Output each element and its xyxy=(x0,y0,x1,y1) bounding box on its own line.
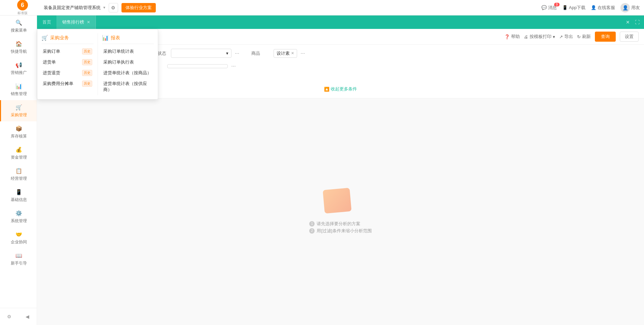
dropdown-menu: 🛒 采购业务 采购订单历史进货单历史进货退货历史采购费用分摊单历史 📊 报表 采… xyxy=(37,29,158,99)
hist-badge: 历史 xyxy=(82,48,92,54)
salesman-dots[interactable]: ··· xyxy=(230,63,237,69)
collapse-sidebar-icon[interactable]: ◀ xyxy=(23,312,33,322)
empty-state: 1 请先选择要分析的方案 2 用[过滤]条件来缩小分析范围 xyxy=(309,189,371,235)
goods-tag-remove[interactable]: ✕ xyxy=(291,51,294,55)
refresh-icon: ↻ xyxy=(577,34,581,39)
dropdown-left-item[interactable]: 采购订单历史 xyxy=(41,46,94,57)
empty-text: 1 请先选择要分析的方案 2 用[过滤]条件来缩小分析范围 xyxy=(309,220,371,235)
dropdown-col-left-title: 🛒 采购业务 xyxy=(41,33,94,44)
hint-num-1: 1 xyxy=(309,221,315,227)
basic-icon: 📱 xyxy=(15,188,23,196)
dropdown-col-right: 📊 报表 采购订单统计表采购订单执行表进货单统计表（按商品）进货单统计表（按供应… xyxy=(98,33,158,95)
goods-dots[interactable]: ··· xyxy=(299,50,306,56)
operations-icon: 📋 xyxy=(15,167,23,174)
avatar: 👤 xyxy=(620,3,630,12)
tab-close-sales-rank[interactable]: ✕ xyxy=(87,20,90,25)
service-icon: 👤 xyxy=(591,5,596,10)
goods-label: 商品 xyxy=(251,50,272,56)
dropdown-left-item[interactable]: 进货退货历史 xyxy=(41,68,94,78)
doc-status-section: 单据状态 ▾ ··· xyxy=(149,49,241,58)
export-icon: ↗ xyxy=(559,34,563,39)
sidebar-item-inventory[interactable]: 📦 库存核算 xyxy=(0,121,37,143)
salesman-select[interactable] xyxy=(167,64,228,68)
user-button[interactable]: 👤 用友 xyxy=(620,3,640,12)
top-bar: 6 标准版 装备及固定资产辅助管理系统 ▼ ⚙ 体验行业方案 💬 消息 9 📱 … xyxy=(0,0,644,15)
select-arrow-icon: ▾ xyxy=(226,51,228,56)
sidebar-item-guide[interactable]: 📖 新手引导 xyxy=(0,248,37,270)
tab-home[interactable]: 首页 xyxy=(37,15,57,29)
dropdown-columns: 🛒 采购业务 采购订单历史进货单历史进货退货历史采购费用分摊单历史 📊 报表 采… xyxy=(37,33,158,95)
help-button[interactable]: ❓ 帮助 xyxy=(504,34,520,40)
doc-status-select[interactable]: ▾ xyxy=(171,49,231,58)
logo-icon: 6 xyxy=(17,0,28,10)
dropdown-left-item[interactable]: 进货单历史 xyxy=(41,57,94,68)
sidebar-item-enterprise[interactable]: 🤝 企业协同 xyxy=(0,227,37,248)
collapse-up-icon: 🔼 xyxy=(324,87,329,92)
doc-status-dots[interactable]: ··· xyxy=(234,50,241,56)
message-button[interactable]: 💬 消息 9 xyxy=(541,5,557,11)
logo-area: 6 标准版 xyxy=(4,0,41,15)
export-button[interactable]: ↗ 导出 xyxy=(559,34,573,40)
salesman-section: 业务员 ··· xyxy=(145,63,237,69)
dropdown-col-left: 🛒 采购业务 采购订单历史进货单历史进货退货历史采购费用分摊单历史 xyxy=(37,33,98,95)
dropdown-right-item[interactable]: 采购订单统计表 xyxy=(102,46,154,57)
sidebar-item-sales[interactable]: 📊 销售管理 xyxy=(0,79,37,100)
sales-icon: 📊 xyxy=(15,82,23,90)
help-icon: ❓ xyxy=(504,34,510,39)
query-button[interactable]: 查询 xyxy=(595,32,616,42)
tabs-bar: 首页销售排行榜✕ ✕ ⛶ xyxy=(37,15,644,29)
dropdown-left-item[interactable]: 采购费用分摊单历史 xyxy=(41,78,94,89)
empty-icon-shape xyxy=(323,188,352,213)
tab-sales-rank[interactable]: 销售排行榜✕ xyxy=(57,15,96,29)
message-icon: 💬 xyxy=(541,5,547,10)
dropdown-col-right-title: 📊 报表 xyxy=(102,33,154,44)
print-dropdown-icon: ▾ xyxy=(553,34,555,39)
hist-badge: 历史 xyxy=(82,81,92,87)
hist-badge: 历史 xyxy=(82,59,92,65)
guide-icon: 📖 xyxy=(15,252,23,259)
tabs-bar-right: ✕ ⛶ xyxy=(624,18,644,26)
sidebar-item-search[interactable]: 🔍 搜索菜单 xyxy=(0,15,37,37)
hist-badge: 历史 xyxy=(82,70,92,76)
purchase-col-icon: 🛒 xyxy=(41,35,48,41)
system-icon: ⚙️ xyxy=(15,209,23,217)
dropdown-right-item[interactable]: 进货单统计表（按供应商） xyxy=(102,78,154,95)
column-settings-button[interactable]: 设置 xyxy=(620,32,639,42)
close-window-icon[interactable]: ✕ xyxy=(624,18,632,26)
hint-num-2: 2 xyxy=(309,228,315,234)
sidebar-item-marketing[interactable]: 📢 营销推广 xyxy=(0,58,37,79)
print-icon: 🖨 xyxy=(524,34,528,39)
dropdown-arrow-icon: ▼ xyxy=(103,6,106,9)
settings-icon[interactable]: ⚙ xyxy=(109,3,118,12)
enterprise-icon: 🤝 xyxy=(15,231,23,238)
purchase-icon: 🛒 xyxy=(15,104,23,111)
sidebar-item-quick[interactable]: 🏠 快捷导航 xyxy=(0,37,37,58)
funds-icon: 💰 xyxy=(15,146,23,153)
industry-button[interactable]: 体验行业方案 xyxy=(121,3,156,12)
report-col-icon: 📊 xyxy=(102,35,109,41)
maximize-window-icon[interactable]: ⛶ xyxy=(633,18,641,26)
service-button[interactable]: 👤 在线客服 xyxy=(591,5,615,11)
refresh-button[interactable]: ↻ 刷新 xyxy=(577,34,591,40)
top-bar-right: 💬 消息 9 📱 App下载 👤 在线客服 👤 用友 xyxy=(541,3,640,12)
goods-section: 商品 设计素 ✕ ··· xyxy=(251,49,306,58)
sidebar-item-basic[interactable]: 📱 基础信息 xyxy=(0,185,37,206)
inventory-icon: 📦 xyxy=(15,125,23,132)
sidebar-item-purchase[interactable]: 🛒 采购管理 xyxy=(0,100,37,121)
dropdown-right-item[interactable]: 采购订单执行表 xyxy=(102,57,154,68)
print-button[interactable]: 🖨 按模板打印 ▾ xyxy=(524,34,555,40)
collapse-button[interactable]: 🔼 收起更多条件 xyxy=(324,84,357,94)
sidebar-item-operations[interactable]: 📋 经营管理 xyxy=(0,164,37,185)
sidebar-item-funds[interactable]: 💰 资金管理 xyxy=(0,143,37,164)
dropdown-right-item[interactable]: 进货单统计表（按商品） xyxy=(102,68,154,78)
goods-tag[interactable]: 设计素 ✕ xyxy=(274,49,297,58)
empty-illustration xyxy=(324,189,357,216)
search-icon: 🔍 xyxy=(15,19,23,26)
settings-bottom-icon[interactable]: ⚙ xyxy=(4,312,14,322)
quick-icon: 🏠 xyxy=(15,40,23,47)
marketing-icon: 📢 xyxy=(15,61,23,69)
message-badge: 9 xyxy=(554,3,560,6)
app-download-button[interactable]: 📱 App下载 xyxy=(562,5,585,11)
sidebar-item-system[interactable]: ⚙️ 系统管理 xyxy=(0,206,37,227)
system-title[interactable]: 装备及固定资产辅助管理系统 ▼ xyxy=(44,5,106,11)
